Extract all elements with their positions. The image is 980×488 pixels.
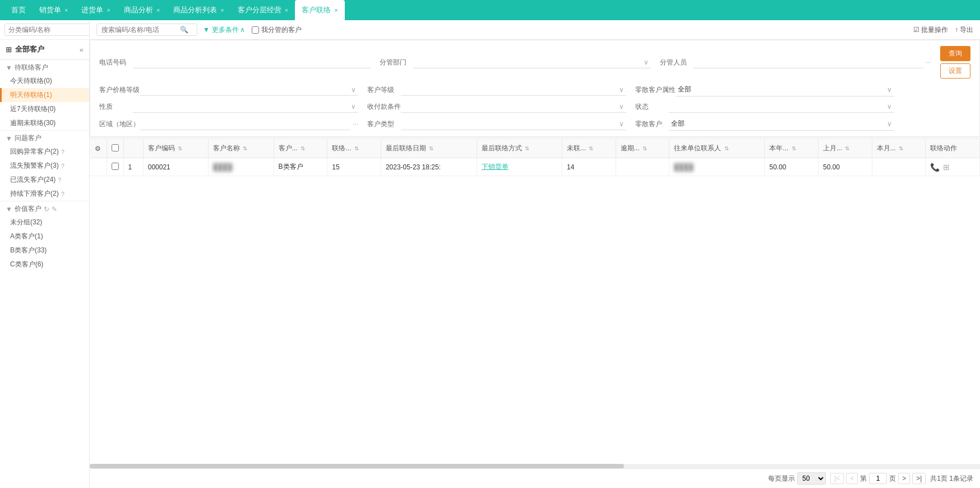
chevron-down-icon: ∨ (619, 86, 624, 94)
filter-field-price-level[interactable]: 客户价格等级 ∨ (99, 84, 358, 96)
query-button[interactable]: 查询 (940, 46, 970, 61)
chevron-down-icon: ∨ (644, 58, 649, 66)
more-icon[interactable]: ··· (926, 58, 931, 66)
filter-field-region: 区域（地区） ··· (99, 118, 358, 130)
search-box[interactable]: 🔍 (96, 24, 197, 36)
row-contact: 15 (327, 158, 381, 176)
content-area: 🔍 ▼ 更多条件 ∧ 我分管的客户 ☑ 批量操作 ↑ 导出 (90, 20, 980, 488)
phone-icon[interactable]: 📞 (930, 163, 940, 172)
select-all-checkbox[interactable] (112, 144, 119, 151)
chevron-icon: ∧ (240, 26, 245, 34)
scrollbar-thumb[interactable] (90, 464, 624, 468)
help-icon[interactable]: ? (61, 163, 64, 169)
sidebar-item-overdue[interactable]: 逾期未联络(30) (0, 116, 89, 130)
filter-field-customer-type[interactable]: 客户类型 ∨ (367, 118, 626, 130)
th-customer-type[interactable]: 客户... ⇅ (274, 139, 327, 158)
close-icon[interactable]: × (220, 7, 224, 13)
th-customer-name[interactable]: 客户名称 ⇅ (209, 139, 274, 158)
filter-field-retail-customer[interactable]: 零散客户 全部 ∨ (635, 117, 894, 131)
sidebar-item-today[interactable]: 今天待联络(0) (0, 74, 89, 88)
close-icon[interactable]: × (285, 7, 288, 13)
first-page-button[interactable]: |< (830, 473, 844, 484)
th-last-contact-date[interactable]: 最后联络日期 ⇅ (381, 139, 477, 158)
filter-field-payment[interactable]: 收付款条件 ∨ (367, 101, 626, 113)
refresh-icon[interactable]: ↻ (44, 205, 49, 213)
filter-field-phone: 电话号码 (99, 56, 371, 68)
row-action: 📞 ⊞ (926, 158, 980, 176)
edit-icon[interactable]: ✎ (52, 205, 57, 213)
nav-customer-contact[interactable]: 客户联络 × (295, 0, 344, 20)
sidebar-item-class-c[interactable]: C类客户(6) (0, 257, 89, 271)
th-contact[interactable]: 联络... ⇅ (327, 139, 381, 158)
sidebar-item-churn-warning[interactable]: 流失预警客户(3) ? (0, 159, 89, 173)
close-icon[interactable]: × (107, 7, 110, 13)
row-checkbox[interactable] (112, 163, 119, 170)
th-not-contacted[interactable]: 未联... ⇅ (562, 139, 616, 158)
last-page-button[interactable]: >| (912, 473, 926, 484)
filter-field-status[interactable]: 状态 ∨ (635, 101, 894, 113)
close-icon[interactable]: × (334, 7, 338, 13)
close-icon[interactable]: × (64, 7, 68, 13)
collapse-icon[interactable]: « (80, 45, 84, 54)
search-input[interactable] (101, 26, 180, 34)
help-icon[interactable]: ? (61, 149, 64, 155)
filter-field-gender[interactable]: 性质 ∨ (99, 101, 358, 113)
th-overdue[interactable]: 逾期... ⇅ (616, 139, 669, 158)
more-icon[interactable]: ··· (353, 120, 358, 128)
batch-operation-button[interactable]: ☑ 批量操作 (913, 25, 948, 35)
more-conditions-button[interactable]: ▼ 更多条件 ∧ (203, 25, 245, 35)
sidebar-item-declining[interactable]: 持续下滑客户(2) ? (0, 187, 89, 201)
th-check[interactable] (107, 139, 123, 158)
row-not-contacted: 14 (562, 158, 616, 176)
grid-icon: ⊞ (6, 45, 12, 54)
help-icon[interactable]: ? (58, 177, 61, 183)
sort-icon: ⇅ (792, 145, 796, 151)
sidebar-search-container: 🔍 (0, 20, 89, 40)
my-customers-check[interactable] (252, 26, 259, 34)
sidebar-item-class-b[interactable]: B类客户(33) (0, 243, 89, 257)
th-customer-code[interactable]: 客户编码 ⇅ (143, 139, 208, 158)
th-last-contact-method[interactable]: 最后联络方式 ⇅ (477, 139, 562, 158)
chevron-down-icon: ∨ (887, 103, 892, 111)
row-last-contact-method[interactable]: 下销货单 (477, 158, 562, 176)
help-icon[interactable]: ? (61, 191, 64, 197)
grid-action-icon[interactable]: ⊞ (943, 163, 950, 172)
th-unit-contact[interactable]: 往来单位联系人 ⇅ (669, 139, 765, 158)
page-number-input[interactable] (869, 473, 887, 484)
search-icon[interactable]: 🔍 (180, 26, 188, 34)
filter-row-4: 区域（地区） ··· 客户类型 ∨ 零散客户 全部 ∨ (99, 117, 970, 131)
sidebar-item-ungrouped[interactable]: 未分组(32) (0, 215, 89, 229)
filter-field-retail-attr[interactable]: 零散客户属性 全部 ∨ (635, 83, 894, 96)
sidebar-all-customers[interactable]: ⊞ 全部客户 « (0, 40, 89, 59)
sidebar-search-input[interactable] (4, 24, 90, 36)
nav-product-analysis[interactable]: 商品分析 × (117, 0, 167, 20)
sidebar-item-7days[interactable]: 近7天待联络(0) (0, 102, 89, 116)
sidebar-item-class-a[interactable]: A类客户(1) (0, 229, 89, 243)
nav-sales-order[interactable]: 销货单 × (33, 0, 75, 20)
sidebar-item-churned[interactable]: 已流失客户(24) ? (0, 173, 89, 187)
chevron-down-icon: ∨ (887, 86, 892, 94)
next-page-button[interactable]: > (898, 473, 910, 484)
filter-field-dept[interactable]: 分管部门 ∨ (380, 57, 651, 68)
th-gear[interactable]: ⚙ (90, 139, 107, 158)
row-check[interactable] (107, 158, 123, 176)
pagination-controls: |< < 第 页 > >| (830, 473, 926, 484)
per-page-select[interactable]: 50 100 200 (797, 472, 826, 485)
settings-button[interactable]: 设置 (940, 63, 970, 79)
th-this-year[interactable]: 本年... ⇅ (765, 139, 819, 158)
nav-product-analysis-list[interactable]: 商品分析列表 × (167, 0, 230, 20)
sidebar: 🔍 ⊞ 全部客户 « ▼ 待联络客户 今天待联络(0) 明天待联络(1) 近7天… (0, 20, 90, 488)
prev-page-button[interactable]: < (846, 473, 858, 484)
nav-home[interactable]: 首页 (4, 0, 33, 20)
sidebar-item-abnormal[interactable]: 回购异常客户(2) ? (0, 145, 89, 159)
close-icon[interactable]: × (156, 7, 160, 13)
horizontal-scrollbar[interactable] (90, 464, 980, 468)
th-this-month[interactable]: 本月... ⇅ (872, 139, 926, 158)
filter-field-customer-level[interactable]: 客户等级 ∨ (367, 84, 626, 96)
nav-customer-tier[interactable]: 客户分层经营 × (231, 0, 295, 20)
my-customers-checkbox[interactable]: 我分管的客户 (252, 25, 302, 35)
export-button[interactable]: ↑ 导出 (955, 25, 973, 35)
sidebar-item-tomorrow[interactable]: 明天待联络(1) (0, 88, 89, 102)
nav-purchase-order[interactable]: 进货单 × (75, 0, 117, 20)
th-last-month[interactable]: 上月... ⇅ (818, 139, 872, 158)
